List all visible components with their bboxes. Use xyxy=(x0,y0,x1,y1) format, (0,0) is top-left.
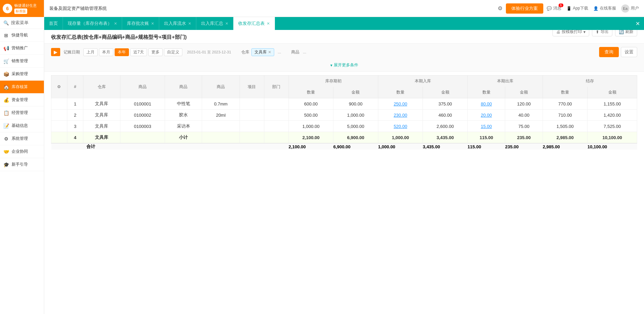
footer-end-qty: 2,985.00 xyxy=(543,143,588,150)
logo-text: 畅捷通好生意 标准版 xyxy=(14,3,37,14)
col-ending-header: 结存 xyxy=(543,76,637,87)
row-out-qty: 115.00 xyxy=(467,132,505,144)
online-service-label: 在线客服 xyxy=(600,5,616,11)
col-in-amt-header: 金额 xyxy=(423,87,468,98)
date-btn-上月[interactable]: 上月 xyxy=(83,48,98,56)
date-btn-自定义[interactable]: 自定义 xyxy=(164,48,182,56)
row-in-qty[interactable]: 520.00 xyxy=(378,121,423,132)
app-logo: 6 畅捷通好生意 标准版 xyxy=(0,0,44,17)
goods-label: 商品 xyxy=(291,49,299,55)
col-in-header: 本期入库 xyxy=(378,76,467,87)
app-download-action[interactable]: 📱 App下载 xyxy=(566,5,588,11)
sidebar-search[interactable]: 🔍 搜索菜单 xyxy=(0,17,44,29)
page-title: 收发存汇总表(按仓库+商品编码+商品+规格型号+项目+部门) xyxy=(51,34,187,40)
page-header: 收发存汇总表(按仓库+商品编码+商品+规格型号+项目+部门) 🖨 按模板打印 ▾… xyxy=(44,30,644,44)
row-out-amt: 75.00 xyxy=(505,121,543,132)
quick-nav-icon: ⊞ xyxy=(3,33,9,38)
row-in-qty[interactable]: 250.00 xyxy=(378,98,423,110)
expand-conditions-button[interactable]: ▾ 展开更多条件 xyxy=(330,62,358,68)
goods-more-button[interactable]: ... xyxy=(303,50,306,54)
refresh-button[interactable]: 🔄 刷新 xyxy=(615,30,637,36)
sidebar-item-inventory[interactable]: 🏠库存核算 xyxy=(0,81,44,94)
tab-close-icon[interactable]: ✕ xyxy=(151,21,154,26)
row-out-amt: 40.00 xyxy=(505,110,543,121)
message-action[interactable]: 💬 消息 6 xyxy=(547,5,561,11)
row-in-qty[interactable]: 230.00 xyxy=(378,110,423,121)
online-service-action[interactable]: 👤 在线客服 xyxy=(593,5,616,11)
message-badge: 6 xyxy=(559,3,563,7)
tab-home[interactable]: 首页 xyxy=(44,17,63,30)
date-btn-本月[interactable]: 本月 xyxy=(99,48,113,56)
footer-out-qty: 115.00 xyxy=(467,143,505,150)
col-dept-header: 部门 xyxy=(264,76,288,98)
filter-row-1: ▶ 记账日期 上月本月本年近7天更多自定义 2023-01-01 至 2023-… xyxy=(51,47,637,57)
sidebar-item-quick-nav[interactable]: ⊞快捷导航 xyxy=(0,29,44,42)
tab-inout-summary[interactable]: 出入库汇总✕ xyxy=(196,17,233,30)
tab-batch[interactable]: 库存批次账✕ xyxy=(122,17,159,30)
search-label: 搜索菜单 xyxy=(11,20,29,26)
close-all-tabs-button[interactable]: ✕ xyxy=(631,20,644,27)
row-end-qty: 2,985.00 xyxy=(543,132,588,144)
row-spec xyxy=(202,132,240,144)
date-btn-更多[interactable]: 更多 xyxy=(148,48,163,56)
filter-toggle-button[interactable]: ▶ xyxy=(51,48,60,56)
table-row: 2 文具库 0100002 胶水 20ml 500.00 1,000.00 23… xyxy=(51,110,637,121)
refresh-icon: 🔄 xyxy=(619,30,624,34)
warehouse-label: 仓库 xyxy=(241,49,249,55)
sidebar-item-system[interactable]: ⚙系统管理 xyxy=(0,132,44,145)
row-code: 0100002 xyxy=(120,110,165,121)
query-button[interactable]: 查询 xyxy=(599,47,619,57)
row-out-qty[interactable]: 15.00 xyxy=(467,121,505,132)
print-icon: 🖨 xyxy=(556,30,560,34)
sidebar-item-sales[interactable]: 🛒销售管理 xyxy=(0,55,44,68)
row-warehouse: 文具库 xyxy=(83,121,120,132)
tab-inout-flow[interactable]: 出入库流水✕ xyxy=(159,17,196,30)
row-in-amt: 2,600.00 xyxy=(423,121,468,132)
export-button[interactable]: ⬆ 导出 xyxy=(592,30,612,36)
row-in-qty: 1,000.00 xyxy=(378,132,423,144)
col-spec-header: 商品 xyxy=(202,76,240,98)
finance-icon: 💰 xyxy=(3,97,9,103)
marketing-icon: 📢 xyxy=(3,46,9,51)
row-out-qty[interactable]: 20.00 xyxy=(467,110,505,121)
sidebar-item-operations[interactable]: 📋经营管理 xyxy=(0,106,44,119)
table-settings-icon[interactable]: ⚙ xyxy=(57,84,61,89)
sidebar-item-enterprise[interactable]: 🤝企业协同 xyxy=(0,145,44,158)
sidebar-item-guide[interactable]: 🎓新手引导 xyxy=(0,158,44,171)
row-warehouse: 文具库 xyxy=(83,110,120,121)
date-buttons: 上月本月本年近7天更多自定义 xyxy=(83,48,182,56)
export-icon: ⬆ xyxy=(596,30,599,34)
footer-out-amt: 235.00 xyxy=(505,143,543,150)
sidebar-item-marketing[interactable]: 📢营销推广 xyxy=(0,42,44,55)
footer-in-amt: 3,435.00 xyxy=(423,143,468,150)
tab-close-icon[interactable]: ✕ xyxy=(225,21,228,26)
tab-close-icon[interactable]: ✕ xyxy=(267,21,270,26)
trial-button[interactable]: 体验行业方案 xyxy=(506,3,543,14)
operations-icon: 📋 xyxy=(3,110,9,116)
warehouse-tag-close-icon[interactable]: ✕ xyxy=(268,50,271,54)
row-open-qty: 1,000.00 xyxy=(288,121,333,132)
data-table: ⚙ # 仓库 商品 商品 商品 项目 部门 库存期初 本期入库 本期出库 结存 xyxy=(51,75,637,150)
sidebar-item-base-info[interactable]: 📝基础信息 xyxy=(0,119,44,132)
sidebar-item-purchase[interactable]: 📦采购管理 xyxy=(0,68,44,81)
warehouse-more-button[interactable]: ... xyxy=(278,50,281,54)
col-goods-header: 商品 xyxy=(165,76,202,98)
logo-icon: 6 xyxy=(3,4,12,13)
date-btn-近7天[interactable]: 近7天 xyxy=(130,48,147,56)
row-end-qty: 710.00 xyxy=(543,110,588,121)
row-out-qty[interactable]: 80.00 xyxy=(467,98,505,110)
tab-stock-dist[interactable]: 现存量（库存分布表）✕ xyxy=(63,17,122,30)
print-button[interactable]: 🖨 按模板打印 ▾ xyxy=(552,30,589,36)
user-action[interactable]: Ea 用户 xyxy=(621,4,639,13)
row-dept xyxy=(264,98,288,110)
sidebar-item-finance[interactable]: 💰资金管理 xyxy=(0,94,44,106)
tab-recv-send-summary[interactable]: 收发存汇总表✕ xyxy=(233,17,275,30)
col-settings-header[interactable]: ⚙ xyxy=(51,76,67,98)
tab-close-icon[interactable]: ✕ xyxy=(188,21,191,26)
filter-settings-button[interactable]: 设置 xyxy=(621,47,637,57)
row-goods: 中性笔 xyxy=(165,98,202,110)
tab-close-icon[interactable]: ✕ xyxy=(114,21,117,26)
settings-gear-icon[interactable]: ⚙ xyxy=(498,5,502,12)
header-actions: 💬 消息 6 📱 App下载 👤 在线客服 Ea 用户 xyxy=(547,4,639,13)
date-btn-本年[interactable]: 本年 xyxy=(115,48,129,56)
